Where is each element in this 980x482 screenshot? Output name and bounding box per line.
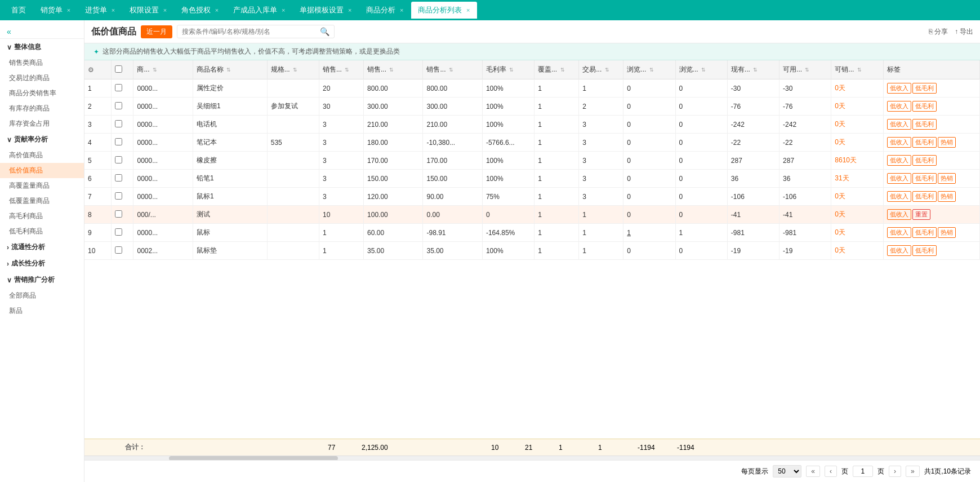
nav-product-analysis[interactable]: 商品分析 × [359, 2, 410, 19]
row-code-cell: 000/... [133, 206, 193, 224]
row-sales-qty-cell: 10 [319, 206, 363, 224]
content-area: 低价值商品 近一月 🔍 ⎘ 分享 ↑ 导出 ✦ 这部分商品的销售收入大幅低于商品… [84, 20, 980, 482]
col-sales-avg-sort[interactable]: ⇅ [449, 67, 453, 73]
sidebar-group-marketing[interactable]: ∨ 营销推广分析 [0, 272, 84, 288]
sidebar-collapse-button[interactable]: « [5, 27, 14, 36]
close-analysis-list-icon[interactable]: × [466, 7, 470, 14]
close-role-auth-icon[interactable]: × [215, 7, 219, 14]
last-page-button[interactable]: » [906, 466, 920, 477]
nav-template-settings[interactable]: 单据模板设置 × [293, 2, 358, 19]
close-analysis-icon[interactable]: × [400, 7, 403, 14]
sidebar-item-traded-products[interactable]: 交易过的商品 [0, 70, 84, 86]
col-tag-label: 标签 [887, 65, 901, 73]
close-permissions-icon[interactable]: × [163, 7, 167, 14]
sidebar-item-low-coverage[interactable]: 低覆盖量商品 [0, 193, 84, 209]
row-sales-avg-cell: 800.00 [423, 79, 482, 98]
row-spec-cell: 535 [267, 134, 319, 152]
col-sales-qty-sort[interactable]: ⇅ [345, 67, 349, 73]
sidebar-item-high-profit[interactable]: 高毛利商品 [0, 209, 84, 224]
export-button[interactable]: ↑ 导出 [955, 27, 973, 37]
per-page-select[interactable]: 50 100 200 [773, 465, 801, 477]
sidebar-item-category-sales-rate[interactable]: 商品分类销售率 [0, 86, 84, 101]
row-view1-cell: 0 [623, 170, 675, 188]
nav-sales-order[interactable]: 销货单 × [34, 2, 77, 19]
row-checkbox[interactable] [115, 102, 122, 109]
horizontal-scrollbar[interactable] [84, 456, 980, 460]
row-checkbox[interactable] [115, 120, 122, 127]
row-margin-cell: -164.85% [482, 224, 534, 242]
filter-period-button[interactable]: 近一月 [141, 25, 172, 38]
col-avail-sort[interactable]: ⇅ [805, 67, 809, 73]
pagination: 每页显示 50 100 200 « ‹ 页 页 › » 共1页,10条记录 [84, 460, 980, 482]
col-coverage-sort[interactable]: ⇅ [560, 67, 565, 73]
sidebar-item-sales-products[interactable]: 销售类商品 [0, 55, 84, 70]
row-checkbox[interactable] [115, 84, 122, 91]
row-name-cell: 鼠标 [193, 224, 267, 242]
nav-analysis-list[interactable]: 商品分析列表 × [411, 2, 476, 19]
nav-purchase-order[interactable]: 进货单 × [78, 2, 122, 19]
row-checkbox[interactable] [115, 228, 122, 236]
nav-stock-in[interactable]: 产成品入库单 × [226, 2, 292, 19]
close-stock-in-icon[interactable]: × [282, 7, 285, 14]
sidebar-item-stocked-products[interactable]: 有库存的商品 [0, 101, 84, 116]
row-checkbox[interactable] [115, 174, 122, 182]
first-page-button[interactable]: « [806, 466, 820, 477]
group-arrow-growth: › [7, 260, 9, 268]
next-page-button[interactable]: › [889, 466, 901, 477]
col-name-sort[interactable]: ⇅ [226, 67, 231, 73]
col-view1-sort[interactable]: ⇅ [649, 67, 654, 73]
select-all-checkbox[interactable] [115, 65, 122, 73]
search-input[interactable] [182, 28, 317, 36]
row-view1-cell: 0 [623, 98, 675, 116]
col-view2-sort[interactable]: ⇅ [701, 67, 706, 73]
row-coverage-cell: 1 [534, 116, 579, 134]
row-checkbox[interactable] [115, 156, 122, 163]
sidebar-item-low-value[interactable]: 低价值商品 [0, 163, 84, 178]
page-number-input[interactable] [853, 466, 873, 477]
col-salable-sort[interactable]: ⇅ [857, 67, 862, 73]
settings-icon[interactable]: ⚙ [88, 66, 94, 74]
row-salable-cell: 31天 [831, 170, 883, 188]
col-spec-sort[interactable]: ⇅ [293, 67, 297, 73]
group-title-liquidity: 流通性分析 [11, 242, 45, 252]
row-checkbox[interactable] [115, 192, 122, 200]
sidebar-group-contribution[interactable]: ∨ 贡献率分析 [0, 131, 84, 148]
col-trade-sort[interactable]: ⇅ [605, 67, 609, 73]
col-sales-amt-sort[interactable]: ⇅ [389, 67, 394, 73]
col-code-sort[interactable]: ⇅ [153, 67, 157, 73]
nav-home[interactable]: 首页 [5, 2, 33, 19]
sidebar-item-stock-capital[interactable]: 库存资金占用 [0, 116, 84, 131]
tag-badge: 低毛利 [912, 173, 937, 184]
row-checkbox[interactable] [115, 210, 122, 218]
sidebar-item-high-coverage[interactable]: 高覆盖量商品 [0, 178, 84, 193]
prev-page-button[interactable]: ‹ [825, 466, 837, 477]
tag-badge: 热销 [938, 227, 956, 238]
close-sales-order-icon[interactable]: × [67, 7, 70, 14]
row-tag-cell: 低收入低毛利 [883, 79, 979, 98]
nav-permissions[interactable]: 权限设置 × [123, 2, 173, 19]
row-sales-amt-cell: 170.00 [364, 152, 423, 170]
search-icon[interactable]: 🔍 [320, 27, 329, 36]
col-stock-sort[interactable]: ⇅ [753, 67, 758, 73]
tip-icon: ✦ [93, 48, 99, 56]
col-margin-sort[interactable]: ⇅ [509, 67, 514, 73]
close-purchase-icon[interactable]: × [112, 7, 115, 14]
sidebar-group-liquidity[interactable]: › 流通性分析 [0, 239, 84, 255]
view1-cell-value[interactable]: 1 [627, 229, 631, 237]
row-tag-cell: 低收入低毛利 [883, 98, 979, 116]
close-template-icon[interactable]: × [348, 7, 351, 14]
table-container[interactable]: ⚙ 商... ⇅ 商品名称 ⇅ [84, 60, 980, 439]
sidebar-item-low-profit[interactable]: 低毛利商品 [0, 224, 84, 239]
sidebar-item-high-value[interactable]: 高价值商品 [0, 148, 84, 163]
sidebar-group-overall[interactable]: ∨ 整体信息 [0, 39, 84, 55]
nav-role-auth[interactable]: 角色授权 × [175, 2, 225, 19]
share-button[interactable]: ⎘ 分享 [929, 27, 948, 37]
row-checkbox[interactable] [115, 246, 122, 254]
sidebar-item-all-products[interactable]: 全部商品 [0, 288, 84, 303]
sidebar-group-growth[interactable]: › 成长性分析 [0, 255, 84, 272]
row-sales-avg-cell: 210.00 [423, 116, 482, 134]
row-name-cell: 鼠标1 [193, 188, 267, 206]
row-checkbox[interactable] [115, 138, 122, 145]
view1-cell-value: 0 [627, 157, 631, 165]
sidebar-item-new-products[interactable]: 新品 [0, 303, 84, 319]
